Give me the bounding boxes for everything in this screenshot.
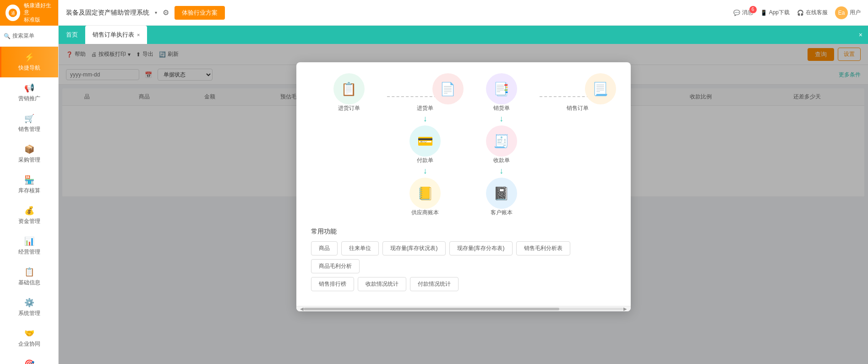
wf-supplier-account-node[interactable]: 📒 bbox=[409, 178, 441, 209]
header-actions: 💬 消息 6 📱 App下载 🎧 在线客服 Ea 用户 bbox=[733, 6, 861, 19]
system-icon: ⚙️ bbox=[24, 298, 34, 308]
arrow-down-purchase: ↓ bbox=[387, 112, 464, 125]
sidebar-item-base-info[interactable]: 📋 基础信息 bbox=[0, 261, 58, 292]
arrow-down-receipt: ↓ bbox=[464, 164, 540, 178]
sidebar-item-marketing[interactable]: 📢 营销推广 bbox=[0, 77, 58, 108]
sidebar-item-system[interactable]: ⚙️ 系统管理 bbox=[0, 292, 58, 323]
download-icon: 📱 bbox=[760, 10, 767, 16]
modal-scrollbar: ◀ ▶ bbox=[296, 306, 631, 311]
wf-customer-account-node[interactable]: 📓 bbox=[486, 178, 517, 209]
arrow-down-sales: ↓ bbox=[464, 112, 540, 125]
operations-icon: 📊 bbox=[24, 236, 34, 246]
func-btn-product[interactable]: 商品 bbox=[311, 241, 338, 255]
try-button[interactable]: 体验行业方案 bbox=[175, 6, 225, 20]
tab-home[interactable]: 首页 bbox=[59, 26, 85, 44]
workflow-diagram: 📋 进货订单 📄 bbox=[311, 73, 616, 217]
wf-sales-order-node[interactable]: 📃 bbox=[585, 73, 616, 104]
wf-sales-order-label: 销售订单 bbox=[567, 104, 589, 112]
func-btn-payment-stats[interactable]: 付款情况统计 bbox=[410, 277, 459, 291]
func-buttons-grid-2: 销售排行榜 收款情况统计 付款情况统计 bbox=[311, 277, 616, 291]
marketing-icon: 📢 bbox=[24, 83, 34, 93]
payment-bill-icon: 💳 bbox=[417, 134, 433, 149]
enterprise-icon: 🤝 bbox=[24, 328, 34, 338]
common-functions: 常用功能 商品 往来单位 现存量(库存状况表) 现存量(库存分布表) 销售毛利分… bbox=[311, 228, 616, 291]
modal-overlay[interactable]: 📋 进货订单 📄 bbox=[59, 44, 868, 364]
wf-sales-order-cell: 📃 销售订单 bbox=[540, 73, 616, 112]
sidebar-item-sales[interactable]: 🛒 销售管理 bbox=[0, 108, 58, 139]
app-download-button[interactable]: 📱 App下载 bbox=[760, 9, 790, 16]
wf-supplier-account-label: 供应商账本 bbox=[411, 209, 439, 217]
newbie-icon: 🎯 bbox=[24, 359, 34, 364]
tab-close-main-icon[interactable]: × bbox=[859, 31, 863, 38]
sidebar-search[interactable]: 🔍 搜索菜单 bbox=[0, 26, 58, 47]
wf-supplier-account-cell: 📒 供应商账本 bbox=[387, 178, 464, 217]
wf-purchase-bill-label: 进货单 bbox=[417, 104, 433, 112]
tab-bar: 首页 销售订单执行表 × × bbox=[59, 26, 868, 44]
wf-sales-bill-label: 销货单 bbox=[493, 104, 510, 112]
service-icon: 🎧 bbox=[797, 10, 804, 16]
sidebar-nav: ⚡ 快捷导航 📢 营销推广 🛒 销售管理 📦 采购管理 🏪 库存核算 💰 bbox=[0, 47, 58, 364]
purchase-order-icon: 📋 bbox=[341, 81, 357, 97]
user-button[interactable]: Ea 用户 bbox=[835, 6, 861, 19]
search-menu-button[interactable]: 🔍 搜索菜单 bbox=[4, 30, 55, 42]
wf-payment-bill-cell: 💳 付款单 bbox=[387, 125, 464, 164]
wf-purchase-bill-node[interactable]: 📄 bbox=[432, 73, 464, 104]
sidebar-item-quick-nav[interactable]: ⚡ 快捷导航 bbox=[0, 47, 58, 77]
func-btn-receipt-stats[interactable]: 收款情况统计 bbox=[358, 277, 406, 291]
sidebar-item-newbie[interactable]: 🎯 新手引导 bbox=[0, 353, 58, 364]
sales-icon: 🛒 bbox=[24, 114, 34, 124]
svg-text:通: 通 bbox=[11, 11, 15, 16]
scroll-left-arrow[interactable]: ◀ bbox=[300, 306, 304, 311]
supplier-account-icon: 📒 bbox=[417, 186, 433, 201]
message-badge: 6 bbox=[749, 6, 757, 13]
receipt-bill-icon: 🧾 bbox=[493, 134, 509, 149]
logo-text: 畅康通好生意 标准版 bbox=[24, 2, 53, 24]
func-btn-sales-profit[interactable]: 销售毛利分析表 bbox=[516, 241, 570, 255]
sales-order-icon: 📃 bbox=[592, 81, 608, 97]
func-btn-stock-status[interactable]: 现存量(库存状况表) bbox=[382, 241, 446, 255]
wf-customer-account-label: 客户账本 bbox=[491, 209, 513, 217]
func-buttons-grid: 商品 往来单位 现存量(库存状况表) 现存量(库存分布表) 销售毛利分析表 商品… bbox=[311, 241, 616, 273]
logo-icon: 通 bbox=[5, 5, 20, 21]
wf-purchase-order-node[interactable]: 📋 bbox=[333, 73, 365, 104]
top-header: 装备及固定资产辅助管理系统 ▾ ⚙ 体验行业方案 💬 消息 6 📱 App下载 … bbox=[59, 0, 868, 26]
sidebar-item-finance[interactable]: 💰 资金管理 bbox=[0, 200, 58, 231]
func-btn-partner[interactable]: 往来单位 bbox=[341, 241, 379, 255]
func-btn-stock-dist[interactable]: 现存量(库存分布表) bbox=[449, 241, 513, 255]
message-button[interactable]: 💬 消息 6 bbox=[733, 9, 753, 16]
customer-account-icon: 📓 bbox=[493, 186, 509, 201]
tab-sales-order[interactable]: 销售订单执行表 × bbox=[85, 26, 147, 44]
system-dropdown-arrow[interactable]: ▾ bbox=[155, 10, 157, 15]
base-info-icon: 📋 bbox=[24, 267, 34, 277]
settings-icon[interactable]: ⚙ bbox=[163, 8, 169, 17]
func-btn-sales-rank[interactable]: 销售排行榜 bbox=[311, 277, 354, 291]
scrollbar-track[interactable] bbox=[304, 308, 623, 310]
inventory-icon: 🏪 bbox=[24, 175, 34, 185]
online-service-button[interactable]: 🎧 在线客服 bbox=[797, 9, 828, 16]
wf-sales-bill-node[interactable]: 📑 bbox=[486, 73, 517, 104]
workflow-modal: 📋 进货订单 📄 bbox=[296, 62, 631, 311]
sidebar-item-enterprise[interactable]: 🤝 企业协同 bbox=[0, 323, 58, 353]
wf-receipt-bill-cell: 🧾 收款单 bbox=[464, 125, 540, 164]
arrow-down-payment: ↓ bbox=[387, 164, 464, 178]
func-btn-product-profit[interactable]: 商品毛利分析 bbox=[311, 259, 360, 273]
finance-icon: 💰 bbox=[24, 206, 34, 216]
sidebar-item-operations[interactable]: 📊 经营管理 bbox=[0, 231, 58, 261]
scroll-right-arrow[interactable]: ▶ bbox=[623, 306, 627, 311]
wf-payment-bill-label: 付款单 bbox=[417, 157, 433, 164]
sidebar-logo: 通 畅康通好生意 标准版 bbox=[0, 0, 58, 26]
sidebar-item-inventory[interactable]: 🏪 库存核算 bbox=[0, 169, 58, 200]
modal-scroll: 📋 进货订单 📄 bbox=[296, 62, 631, 306]
common-functions-title: 常用功能 bbox=[311, 228, 616, 236]
wf-purchase-order-label: 进货订单 bbox=[338, 104, 360, 112]
wf-payment-bill-node[interactable]: 💳 bbox=[409, 125, 441, 157]
purchase-bill-icon: 📄 bbox=[440, 81, 456, 97]
wf-receipt-bill-label: 收款单 bbox=[493, 157, 510, 164]
wf-sales-bill-cell: 📑 销货单 bbox=[464, 73, 540, 112]
wf-customer-account-cell: 📓 客户账本 bbox=[464, 178, 540, 217]
user-avatar: Ea bbox=[835, 6, 848, 19]
wf-purchase-bill-cell: 📄 进货单 bbox=[387, 73, 464, 112]
tab-close-icon[interactable]: × bbox=[137, 32, 140, 38]
sidebar-item-purchase[interactable]: 📦 采购管理 bbox=[0, 139, 58, 169]
wf-receipt-bill-node[interactable]: 🧾 bbox=[486, 125, 517, 157]
